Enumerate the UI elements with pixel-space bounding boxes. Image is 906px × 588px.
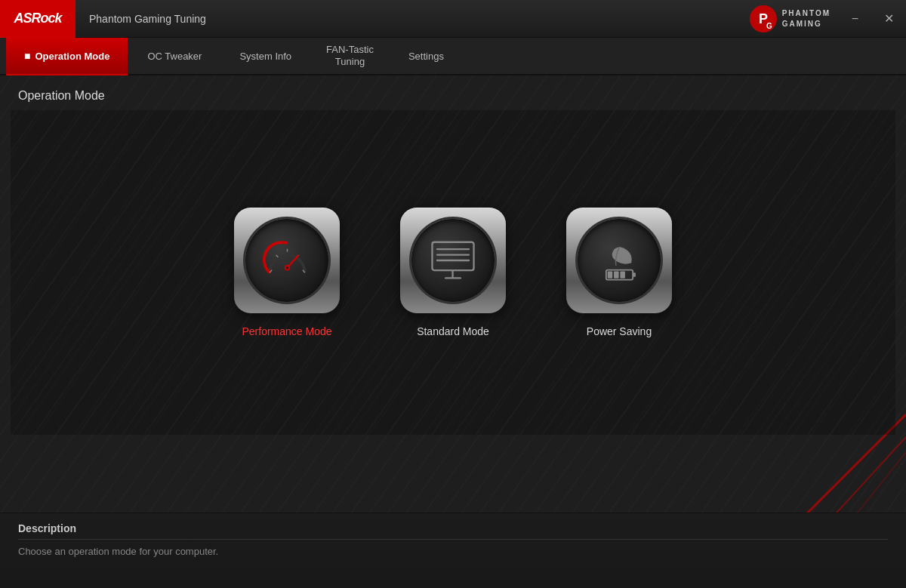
description-text: Choose an operation mode for your comput…	[18, 546, 888, 557]
performance-mode-card[interactable]: Performance Mode	[234, 208, 340, 337]
power-saving-icon-inner	[578, 219, 661, 302]
svg-text:G: G	[766, 22, 772, 30]
power-saving-icon	[595, 236, 644, 285]
section-heading: Operation Mode	[0, 75, 906, 103]
standard-mode-label: Standard Mode	[417, 325, 489, 337]
phantom-logo: P G PHANTOMGAMING	[744, 4, 830, 34]
performance-mode-label: Performance Mode	[242, 325, 331, 337]
window-controls: − ✕	[838, 0, 906, 38]
tab-settings[interactable]: Settings	[390, 38, 462, 74]
asrock-logo: ASRock	[0, 0, 76, 38]
standard-mode-icon-bg	[400, 208, 506, 313]
tab-oc-tweaker[interactable]: OC Tweaker	[129, 38, 220, 74]
power-saving-card[interactable]: Power Saving	[566, 208, 672, 337]
speedometer-icon	[263, 236, 312, 285]
performance-mode-icon-bg	[234, 208, 340, 313]
minimize-button[interactable]: −	[838, 0, 872, 38]
svg-line-4	[276, 255, 278, 257]
svg-point-10	[285, 266, 288, 269]
description-title: Description	[18, 522, 888, 540]
monitor-icon	[427, 236, 479, 285]
svg-rect-20	[614, 271, 619, 278]
phantom-gaming-icon: P G	[744, 4, 782, 34]
main-content: Operation Mode	[0, 75, 906, 588]
standard-mode-card[interactable]: Standard Mode	[400, 208, 506, 337]
svg-rect-11	[432, 242, 473, 269]
title-bar: ASRock Phantom Gaming Tuning P G PHANTOM…	[0, 0, 906, 38]
tab-operation-mode[interactable]: ■ Operation Mode	[6, 38, 128, 74]
tab-bar: ■ Operation Mode OC Tweaker System Info …	[0, 38, 906, 75]
phantom-gaming-text: PHANTOMGAMING	[782, 8, 830, 29]
tab-fan-tastic[interactable]: FAN-Tastic Tuning	[311, 38, 389, 74]
close-button[interactable]: ✕	[872, 0, 906, 38]
mode-cards-area: Performance Mode	[11, 110, 895, 435]
tab-system-info[interactable]: System Info	[221, 38, 310, 74]
description-panel: Description Choose an operation mode for…	[0, 513, 906, 588]
power-saving-icon-bg	[566, 208, 672, 313]
operation-mode-icon: ■	[24, 50, 30, 62]
power-saving-label: Power Saving	[587, 325, 652, 337]
app-title: Phantom Gaming Tuning	[89, 13, 744, 25]
svg-rect-18	[633, 272, 636, 277]
svg-rect-19	[607, 271, 612, 278]
performance-mode-icon-inner	[245, 219, 328, 302]
svg-rect-21	[620, 271, 625, 278]
standard-mode-icon-inner	[411, 219, 495, 302]
